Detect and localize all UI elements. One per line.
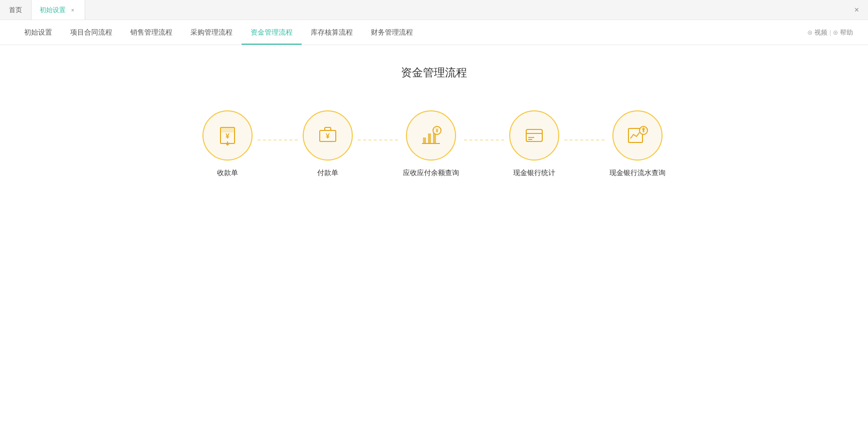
connector-2 xyxy=(353,139,403,140)
nav-right-divider: | xyxy=(829,29,831,36)
flow-circle-bank-flow: ¥ xyxy=(612,110,663,161)
active-tab[interactable]: 初始设置 × xyxy=(32,0,85,20)
nav-item-finance[interactable]: 财务管理流程 xyxy=(362,20,422,45)
flow-item-bank-stat[interactable]: 现金银行统计 xyxy=(509,110,559,178)
svg-text:¥: ¥ xyxy=(436,128,439,133)
bank-stat-icon xyxy=(522,123,546,147)
bank-flow-icon: ¥ xyxy=(625,123,649,147)
video-link[interactable]: ⊙ 视频 xyxy=(807,28,827,37)
nav-item-sales[interactable]: 销售管理流程 xyxy=(121,20,181,45)
top-bar: 首页 初始设置 × × xyxy=(0,0,868,20)
flow-label-payment: 付款单 xyxy=(317,169,338,178)
flow-circle-payment: ¥ xyxy=(303,110,353,161)
connector-1 xyxy=(253,139,303,140)
flow-circle-bank-stat xyxy=(509,110,559,161)
window-close-button[interactable]: × xyxy=(845,6,868,15)
flow-item-balance[interactable]: ¥ 应收应付余额查询 xyxy=(403,110,459,178)
svg-text:¥: ¥ xyxy=(326,132,330,140)
receipt-receive-icon: ¥ xyxy=(215,123,240,147)
flow-item-bank-flow[interactable]: ¥ 现金银行流水查询 xyxy=(609,110,666,178)
flow-container: ¥ 收款单 ¥ 付款单 xyxy=(202,110,666,178)
nav-item-funds[interactable]: 资金管理流程 xyxy=(242,20,302,45)
nav-bar: 初始设置 项目合同流程 销售管理流程 采购管理流程 资金管理流程 库存核算流程 … xyxy=(0,20,868,45)
nav-item-inventory[interactable]: 库存核算流程 xyxy=(302,20,362,45)
nav-item-project-contract[interactable]: 项目合同流程 xyxy=(61,20,121,45)
flow-item-receipt[interactable]: ¥ 收款单 xyxy=(202,110,253,178)
home-tab[interactable]: 首页 xyxy=(0,0,32,20)
connector-3 xyxy=(459,139,509,140)
flow-label-balance: 应收应付余额查询 xyxy=(403,169,459,178)
connector-4 xyxy=(559,139,609,140)
nav-right: ⊙ 视频 | ⊙ 帮助 xyxy=(807,28,853,37)
home-label: 首页 xyxy=(9,6,22,15)
svg-rect-7 xyxy=(428,133,431,143)
flow-item-payment[interactable]: ¥ 付款单 xyxy=(303,110,353,178)
flow-label-bank-flow: 现金银行流水查询 xyxy=(609,169,666,178)
help-link[interactable]: ⊙ 帮助 xyxy=(833,28,853,37)
nav-item-initial-setup[interactable]: 初始设置 xyxy=(15,20,61,45)
active-tab-label: 初始设置 xyxy=(40,6,66,15)
flow-circle-receipt: ¥ xyxy=(202,110,253,161)
close-tab-button[interactable]: × xyxy=(69,6,77,14)
main-content: 资金管理流程 ¥ 收款单 xyxy=(0,45,868,178)
page-title: 资金管理流程 xyxy=(401,65,467,80)
svg-rect-6 xyxy=(423,137,426,143)
nav-item-purchase[interactable]: 采购管理流程 xyxy=(181,20,242,45)
flow-label-bank-stat: 现金银行统计 xyxy=(513,169,555,178)
svg-text:¥: ¥ xyxy=(226,132,230,140)
flow-circle-balance: ¥ xyxy=(406,110,456,161)
balance-query-icon: ¥ xyxy=(419,123,443,147)
receipt-pay-icon: ¥ xyxy=(316,123,340,147)
flow-label-receipt: 收款单 xyxy=(217,169,238,178)
